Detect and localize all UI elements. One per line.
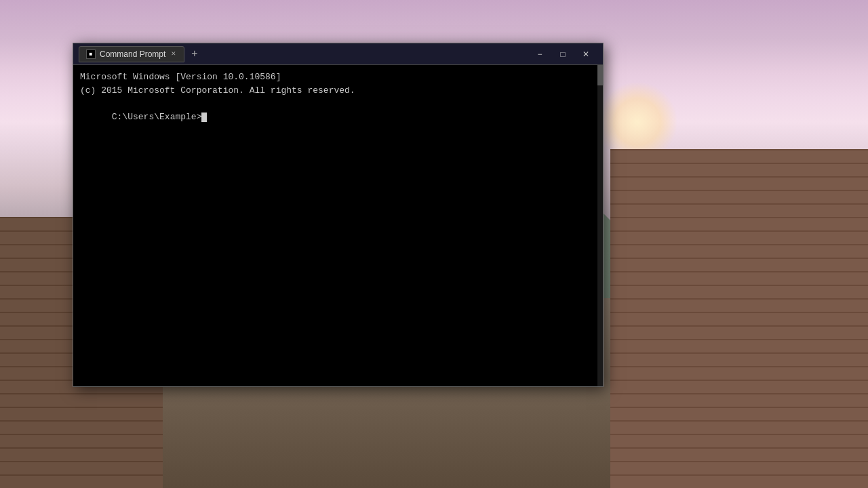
tab-close-button[interactable]: ✕ (170, 50, 177, 58)
title-bar: ■ Command Prompt ✕ + − □ ✕ (73, 43, 603, 65)
tab-label: Command Prompt (100, 49, 165, 59)
scrollbar-thumb[interactable] (597, 65, 603, 85)
tab-area: ■ Command Prompt ✕ + (79, 46, 528, 62)
terminal-line-2: (c) 2015 Microsoft Corporation. All righ… (80, 84, 596, 98)
cmd-tab[interactable]: ■ Command Prompt ✕ (79, 46, 184, 62)
cmd-window: ■ Command Prompt ✕ + − □ ✕ Microsoft Win… (73, 43, 604, 387)
new-tab-button[interactable]: + (187, 49, 202, 60)
terminal-content[interactable]: Microsoft Windows [Version 10.0.10586] (… (73, 65, 603, 386)
terminal-cursor (201, 113, 207, 122)
minimize-button[interactable]: − (528, 45, 551, 64)
terminal-prompt-line: C:\Users\Example> (80, 97, 596, 137)
cmd-icon: ■ (86, 49, 96, 59)
close-button[interactable]: ✕ (574, 45, 597, 64)
maximize-button[interactable]: □ (551, 45, 574, 64)
terminal-prompt: C:\Users\Example> (112, 112, 202, 122)
terminal-scrollbar[interactable] (597, 65, 603, 386)
window-controls: − □ ✕ (528, 45, 597, 64)
brick-wall-right (610, 149, 868, 488)
terminal-line-1: Microsoft Windows [Version 10.0.10586] (80, 70, 596, 84)
